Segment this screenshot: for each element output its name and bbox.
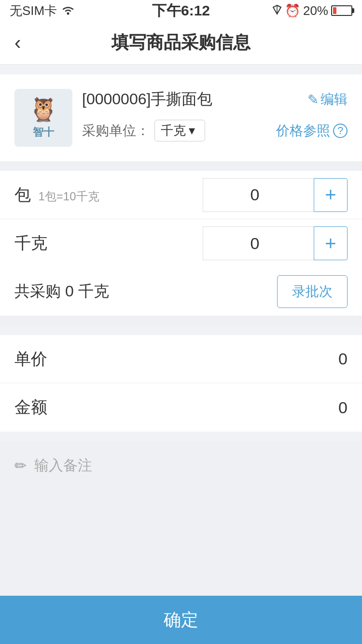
divider-1	[0, 161, 362, 171]
unit-select[interactable]: 千克 ▾	[154, 120, 205, 141]
product-card: 🦉 智十 [0000006]手撕面包 ✎ 编辑 采购单位： 千克 ▾ 价格参照 …	[0, 74, 362, 161]
carrier-label: 无SIM卡	[10, 2, 57, 19]
kg-input-row: 千克 +	[0, 219, 362, 267]
amount-label: 金额	[14, 396, 47, 419]
summary-row: 共采购 0 千克 录批次	[0, 267, 362, 316]
bao-qty-control: +	[203, 178, 348, 212]
note-placeholder: 输入备注	[34, 456, 92, 476]
price-ref-label: 价格参照	[276, 122, 330, 140]
kg-label: 千克	[14, 232, 47, 254]
brand-label: 智十	[33, 125, 54, 140]
edit-icon: ✎	[307, 92, 319, 108]
kg-label-text: 千克	[14, 234, 47, 252]
product-image: 🦉 智十	[14, 89, 72, 147]
price-section: 单价 0 金额 0	[0, 335, 362, 432]
product-header: [0000006]手撕面包 ✎ 编辑	[82, 89, 348, 110]
kg-qty-input[interactable]	[203, 226, 314, 260]
record-batch-button[interactable]: 录批次	[277, 275, 348, 308]
battery-icon	[331, 5, 352, 16]
amount-value: 0	[338, 398, 348, 417]
dropdown-icon: ▾	[189, 123, 195, 138]
unit-label-text: 采购单位：	[82, 122, 150, 140]
quantity-section: 包 1包=10千克 + 千克 +	[0, 171, 362, 267]
product-info: [0000006]手撕面包 ✎ 编辑 采购单位： 千克 ▾ 价格参照 ?	[82, 89, 348, 141]
back-button[interactable]: ‹	[14, 32, 21, 54]
status-bar-right: ⏰ 20%	[272, 3, 352, 18]
status-bar-time: 下午6:12	[152, 1, 210, 21]
alarm-icon: ⏰	[285, 3, 300, 18]
product-name: [0000006]手撕面包	[82, 89, 212, 110]
pencil-icon: ✏	[14, 457, 27, 474]
location-icon	[272, 3, 282, 18]
confirm-button[interactable]: 确定	[0, 596, 362, 644]
kg-plus-button[interactable]: +	[314, 226, 348, 260]
nav-title: 填写商品采购信息	[111, 31, 251, 55]
unit-price-value: 0	[338, 350, 348, 368]
edit-button[interactable]: ✎ 编辑	[307, 90, 348, 109]
battery-percent: 20%	[303, 3, 328, 18]
nav-bar: ‹ 填写商品采购信息	[0, 21, 362, 65]
note-section[interactable]: ✏ 输入备注	[0, 441, 362, 490]
product-unit-row: 采购单位： 千克 ▾ 价格参照 ?	[82, 120, 348, 141]
bao-label: 包 1包=10千克	[14, 184, 99, 206]
status-bar: 无SIM卡 下午6:12 ⏰ 20%	[0, 0, 362, 21]
bao-input-row: 包 1包=10千克 +	[0, 171, 362, 219]
edit-label: 编辑	[320, 90, 348, 109]
unit-price-label: 单价	[14, 348, 47, 370]
status-bar-left: 无SIM卡	[10, 2, 75, 19]
bao-label-text: 包	[14, 185, 31, 204]
summary-text: 共采购 0 千克	[14, 281, 109, 302]
wifi-icon	[61, 3, 75, 18]
price-ref-help-icon: ?	[333, 124, 348, 138]
bao-qty-input[interactable]	[203, 178, 314, 212]
bao-sub-label: 1包=10千克	[38, 190, 99, 203]
svg-point-0	[67, 12, 70, 14]
confirm-label: 确定	[164, 608, 198, 632]
kg-qty-control: +	[203, 226, 348, 260]
unit-value: 千克	[161, 122, 186, 139]
amount-row: 金额 0	[0, 383, 362, 432]
bao-plus-button[interactable]: +	[314, 178, 348, 212]
unit-label: 采购单位： 千克 ▾	[82, 120, 205, 141]
product-logo-icon: 🦉	[29, 96, 58, 123]
price-ref-link[interactable]: 价格参照 ?	[276, 122, 348, 140]
divider-2	[0, 316, 362, 325]
unit-price-row: 单价 0	[0, 335, 362, 383]
